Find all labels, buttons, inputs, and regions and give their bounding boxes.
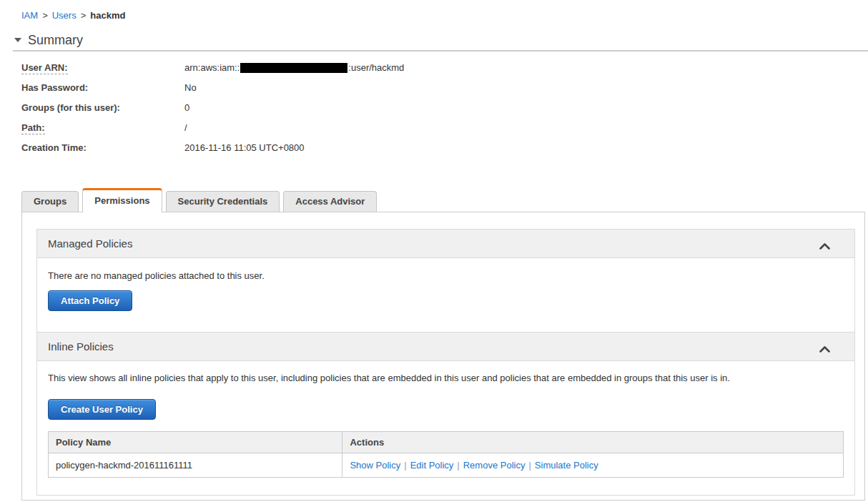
table-row: policygen-hackmd-201611161111 Show Polic… <box>49 453 844 478</box>
field-row-path: Path: / <box>21 122 868 134</box>
creation-time-value: 2016-11-16 11:05 UTC+0800 <box>184 142 305 154</box>
tab-permissions[interactable]: Permissions <box>82 188 162 212</box>
iam-user-detail-page: IAM>Users>hackmd Summary User ARN: arn:a… <box>0 10 868 501</box>
permissions-tab-panel: Managed Policies There are no managed po… <box>21 212 865 501</box>
tab-security-credentials[interactable]: Security Credentials <box>166 191 280 212</box>
has-password-value: No <box>184 82 197 94</box>
collapse-triangle-icon <box>14 38 21 42</box>
summary-title: Summary <box>28 33 83 47</box>
managed-policies-title: Managed Policies <box>48 237 132 250</box>
redacted-account-id <box>240 63 347 73</box>
breadcrumb-separator: > <box>42 10 48 21</box>
field-row-has-password: Has Password: No <box>21 82 868 94</box>
path-value: / <box>184 122 187 134</box>
breadcrumb-separator: > <box>81 10 87 21</box>
breadcrumb-current-user: hackmd <box>90 10 125 21</box>
breadcrumb: IAM>Users>hackmd <box>21 10 868 21</box>
remove-policy-link[interactable]: Remove Policy <box>463 460 526 471</box>
attach-policy-button[interactable]: Attach Policy <box>48 290 132 311</box>
action-separator: | <box>404 460 406 471</box>
user-arn-label: User ARN: <box>21 62 184 74</box>
arn-prefix: arn:aws:iam:: <box>184 62 240 73</box>
inline-policies-description: This view shows all inline policies that… <box>48 373 844 383</box>
groups-count-label: Groups (for this user): <box>21 102 184 114</box>
summary-divider <box>13 50 868 51</box>
managed-policies-header: Managed Policies <box>37 230 854 257</box>
inline-policies-body: This view shows all inline policies that… <box>37 360 854 495</box>
breadcrumb-link-users[interactable]: Users <box>52 10 77 21</box>
has-password-label: Has Password: <box>21 82 184 94</box>
policy-actions-cell: Show Policy|Edit Policy|Remove Policy|Si… <box>342 453 844 478</box>
action-separator: | <box>528 460 531 471</box>
arn-suffix: :user/hackmd <box>348 62 404 73</box>
chevron-up-icon[interactable] <box>819 343 830 355</box>
breadcrumb-link-iam[interactable]: IAM <box>21 10 38 21</box>
field-row-creation-time: Creation Time: 2016-11-16 11:05 UTC+0800 <box>21 142 868 154</box>
field-row-groups: Groups (for this user): 0 <box>21 102 868 114</box>
policies-sections-container: Managed Policies There are no managed po… <box>36 229 855 496</box>
managed-policies-empty-text: There are no managed policies attached t… <box>48 270 844 281</box>
column-header-actions: Actions <box>342 432 844 453</box>
chevron-up-icon[interactable] <box>819 240 830 252</box>
simulate-policy-link[interactable]: Simulate Policy <box>535 460 598 471</box>
managed-policies-body: There are no managed policies attached t… <box>37 257 854 332</box>
action-separator: | <box>457 460 459 471</box>
policy-name-cell: policygen-hackmd-201611161111 <box>49 453 342 478</box>
inline-policies-title: Inline Policies <box>48 340 114 353</box>
inline-policies-table: Policy Name Actions policygen-hackmd-201… <box>48 431 844 478</box>
column-header-policy-name: Policy Name <box>49 432 342 453</box>
summary-section-toggle[interactable]: Summary <box>14 33 868 47</box>
groups-count-value: 0 <box>184 102 189 114</box>
summary-fields: User ARN: arn:aws:iam:::user/hackmd Has … <box>21 62 868 154</box>
tab-access-advisor[interactable]: Access Advisor <box>283 191 377 212</box>
field-row-user-arn: User ARN: arn:aws:iam:::user/hackmd <box>21 62 868 74</box>
tab-groups[interactable]: Groups <box>21 191 79 212</box>
show-policy-link[interactable]: Show Policy <box>350 460 400 471</box>
create-user-policy-button[interactable]: Create User Policy <box>48 399 156 420</box>
path-label: Path: <box>21 122 184 134</box>
user-detail-tabs: Groups Permissions Security Credentials … <box>21 188 868 212</box>
creation-time-label: Creation Time: <box>21 142 184 154</box>
table-header-row: Policy Name Actions <box>49 432 844 453</box>
inline-policies-header: Inline Policies <box>37 332 854 360</box>
edit-policy-link[interactable]: Edit Policy <box>410 460 454 471</box>
user-arn-value: arn:aws:iam:::user/hackmd <box>184 62 404 74</box>
